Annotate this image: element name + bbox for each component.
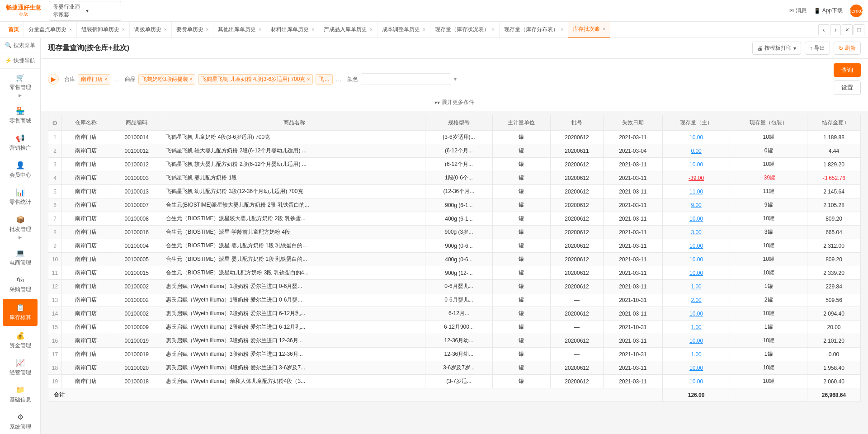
- message-btn[interactable]: ✉ 消息: [789, 7, 807, 14]
- export-btn[interactable]: ↑ 导出: [805, 42, 830, 55]
- tab-requisition[interactable]: 要货单历史 ×: [172, 22, 214, 38]
- account-selector[interactable]: 母婴行业演示账套 ▾: [49, 1, 121, 21]
- sidebar-item-base[interactable]: 📁 基础信息: [0, 381, 40, 408]
- tab-next-btn[interactable]: ›: [830, 24, 841, 35]
- amount-info-icon[interactable]: ℹ: [844, 120, 846, 125]
- sidebar-item-ecommerce[interactable]: 💻 电商管理: [0, 244, 40, 271]
- close-icon[interactable]: ×: [69, 27, 72, 32]
- qty-main-link[interactable]: 10.00: [689, 365, 703, 371]
- qty-main-link[interactable]: 0.00: [691, 148, 701, 154]
- tab-close-all-btn[interactable]: ×: [842, 24, 853, 35]
- row-qty-main[interactable]: 1.00: [662, 321, 730, 334]
- app-download-btn[interactable]: 📱 App下载: [814, 7, 843, 14]
- expand-more-btn[interactable]: ▾▾ 展开更多条件: [48, 99, 861, 106]
- qty-main-link[interactable]: 10.00: [689, 216, 703, 222]
- sidebar-item-marketing[interactable]: 📢 营销推广: [0, 129, 40, 156]
- color-dropdown-icon[interactable]: ▾: [454, 76, 457, 82]
- close-icon[interactable]: ×: [492, 27, 495, 32]
- sidebar-item-retail-shop[interactable]: 🏪 零售商城: [0, 102, 40, 129]
- tab-stock-dist[interactable]: 现存量（库存分布表） ×: [500, 22, 569, 38]
- qty-main-link[interactable]: 2.00: [691, 297, 701, 303]
- qty-main-link[interactable]: -39.00: [689, 175, 704, 181]
- row-qty-main[interactable]: -39.00: [662, 171, 730, 185]
- qty-main-link[interactable]: 10.00: [689, 243, 703, 249]
- qty-main-link[interactable]: 10.00: [689, 161, 703, 168]
- sidebar-item-retail[interactable]: 🛒 零售管理 ▶: [0, 69, 40, 102]
- close-icon[interactable]: ×: [164, 27, 167, 32]
- row-qty-main[interactable]: 9.00: [662, 198, 730, 212]
- qty-main-link[interactable]: 10.00: [689, 311, 703, 317]
- close-icon[interactable]: ×: [370, 27, 373, 32]
- close-icon[interactable]: ×: [122, 27, 125, 32]
- close-icon[interactable]: ×: [259, 27, 261, 32]
- tab-split-stock[interactable]: 分量盘点单历史 ×: [24, 22, 77, 38]
- product-tag1-close[interactable]: ×: [190, 77, 193, 82]
- row-qty-main[interactable]: 10.00: [662, 239, 730, 253]
- sidebar-search[interactable]: 🔍 搜索菜单: [0, 38, 40, 53]
- qty-main-link[interactable]: 10.00: [689, 256, 703, 263]
- col-settings-icon[interactable]: ⚙: [52, 119, 58, 127]
- row-qty-main[interactable]: 10.00: [662, 266, 730, 280]
- product-filter-more[interactable]: …: [335, 75, 342, 83]
- close-icon[interactable]: ×: [206, 27, 209, 32]
- tab-product-in[interactable]: 产成品入库单历史 ×: [319, 22, 377, 38]
- qty-main-link[interactable]: 3.00: [691, 229, 701, 236]
- row-qty-main[interactable]: 10.00: [662, 253, 730, 266]
- close-icon[interactable]: ×: [603, 27, 605, 32]
- product-tag2[interactable]: 飞鹤星飞帆 儿童奶粉 4段(3-6岁适用) 700克 ×: [198, 74, 313, 85]
- tab-home[interactable]: 首页: [4, 22, 24, 38]
- tab-prev-btn[interactable]: ‹: [818, 24, 829, 35]
- qty-main-link[interactable]: 1.00: [691, 283, 701, 290]
- tab-material-out[interactable]: 材料出库单历史 ×: [266, 22, 319, 38]
- row-qty-main[interactable]: 11.00: [662, 185, 730, 198]
- qty-main-link[interactable]: 10.00: [689, 338, 703, 344]
- row-qty-main[interactable]: 10.00: [662, 158, 730, 171]
- template-print-btn[interactable]: 🖨 按模板打印 ▾: [752, 42, 801, 55]
- tab-transfer[interactable]: 调拨单历史 ×: [130, 22, 172, 38]
- col-settings[interactable]: ⚙: [48, 115, 62, 131]
- sidebar-item-retail-stat[interactable]: 📊 零售统计: [0, 184, 40, 211]
- close-icon[interactable]: ×: [423, 27, 425, 32]
- row-qty-main[interactable]: 3.00: [662, 226, 730, 239]
- row-qty-main[interactable]: 0.00: [662, 144, 730, 158]
- query-btn[interactable]: 查询: [834, 63, 861, 77]
- sidebar-item-purchase[interactable]: 🛍 采购管理: [0, 271, 40, 298]
- sidebar-item-inventory[interactable]: 📋 库存核算: [3, 299, 38, 326]
- product-tag3[interactable]: 飞…: [316, 74, 333, 85]
- row-qty-main[interactable]: 10.00: [662, 307, 730, 321]
- row-qty-main[interactable]: 10.00: [662, 334, 730, 348]
- refresh-btn[interactable]: ↻ 刷新: [834, 42, 861, 55]
- sidebar-item-finance[interactable]: 💰 资金管理: [0, 327, 40, 354]
- row-qty-main[interactable]: 10.00: [662, 361, 730, 375]
- row-qty-main[interactable]: 10.00: [662, 212, 730, 226]
- sidebar-item-ops[interactable]: 📈 经营管理: [0, 354, 40, 381]
- close-icon[interactable]: ×: [561, 27, 564, 32]
- row-qty-main[interactable]: 2.00: [662, 293, 730, 307]
- qty-main-link[interactable]: 10.00: [689, 270, 703, 276]
- row-qty-main[interactable]: 1.00: [662, 348, 730, 361]
- sidebar-quick-nav[interactable]: ⚡ 快捷导航: [0, 53, 40, 69]
- product-tag2-close[interactable]: ×: [307, 77, 310, 82]
- row-qty-main[interactable]: 10.00: [662, 375, 730, 388]
- tab-batch-ledger[interactable]: 库存批次账 ×: [568, 22, 610, 38]
- qty-main-link[interactable]: 10.00: [689, 134, 703, 141]
- product-tag1[interactable]: 飞鹤奶粉3段两提装 ×: [138, 74, 196, 85]
- sidebar-item-batch-mgmt[interactable]: 📦 批发管理 ▶: [0, 211, 40, 244]
- tab-other-out[interactable]: 其他出库单历史 ×: [213, 22, 266, 38]
- qty-main-link[interactable]: 9.00: [691, 202, 701, 208]
- tab-more-btn[interactable]: □: [854, 24, 864, 35]
- warehouse-tag[interactable]: 南岸门店 ×: [78, 74, 110, 85]
- sidebar-item-member[interactable]: 👤 会员中心: [0, 156, 40, 184]
- qty-main-link[interactable]: 1.00: [691, 324, 701, 330]
- qty-main-link[interactable]: 10.00: [689, 378, 703, 385]
- user-area[interactable]: demo2: [850, 5, 863, 17]
- warehouse-tag-close[interactable]: ×: [104, 77, 107, 82]
- tab-disassemble[interactable]: 组装拆卸单历史 ×: [77, 22, 130, 38]
- row-qty-main[interactable]: 1.00: [662, 280, 730, 293]
- qty-main-link[interactable]: 11.00: [689, 189, 703, 195]
- expand-arrow-icon[interactable]: ▶: [51, 75, 56, 83]
- tab-stock-status[interactable]: 现存量（库存状况表） ×: [430, 22, 500, 38]
- qty-main-link[interactable]: 1.00: [691, 351, 701, 358]
- row-qty-main[interactable]: 10.00: [662, 131, 730, 144]
- sidebar-item-sys[interactable]: ⚙ 系统管理: [0, 408, 40, 434]
